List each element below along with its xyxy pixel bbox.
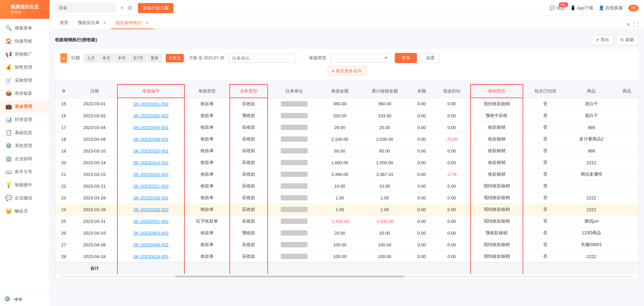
table-cell: SK-20230304-001 bbox=[117, 122, 184, 133]
col-header-11: 包含已结清 bbox=[523, 84, 568, 98]
sidebar-label: 系统管理 bbox=[15, 143, 32, 149]
scrollbar-thumb[interactable] bbox=[175, 276, 404, 278]
doc-type-select[interactable] bbox=[330, 54, 391, 63]
date-btn-更多[interactable]: 更多 bbox=[148, 54, 162, 62]
expand-conditions-button[interactable]: ▾ 展开更多条件 bbox=[328, 66, 366, 76]
table-cell: 应收款 bbox=[230, 169, 268, 180]
sidebar-item-quick[interactable]: 🏠快捷导航 bbox=[0, 35, 49, 48]
table-cell: 2023-03-08 bbox=[72, 133, 117, 145]
doc-link[interactable]: SK-20230304-001 bbox=[133, 125, 169, 130]
sidebar-item-corp[interactable]: 🏢企业协同 bbox=[0, 152, 49, 165]
gear-icon[interactable]: ⚙ bbox=[127, 4, 132, 12]
tab-close-icon[interactable]: ✕ bbox=[103, 20, 106, 25]
table-cell: 60.00 bbox=[359, 145, 410, 157]
doc-link[interactable]: SK-20230302-002 bbox=[133, 113, 169, 118]
table-cell: -70.00 bbox=[433, 133, 471, 145]
horizontal-scrollbar[interactable] bbox=[55, 274, 638, 279]
sidebar-item-guide[interactable]: 📖新手引导 bbox=[0, 165, 49, 178]
sidebar-item-operation[interactable]: 📊经营管理 bbox=[0, 113, 49, 126]
online-service-button[interactable]: 👤 在线客服 bbox=[599, 5, 623, 11]
wechat-icon: 💬 bbox=[5, 195, 12, 201]
doc-link[interactable]: SK-20230301-002 bbox=[133, 102, 169, 107]
table-cell: 现结收款核销 bbox=[471, 251, 523, 263]
more-options-icon[interactable]: ··· bbox=[300, 56, 305, 61]
purchase-icon: 🛒 bbox=[5, 77, 12, 83]
table-cell: 2023-04-08 bbox=[72, 239, 117, 251]
export-button[interactable]: ↗ 导出 bbox=[591, 35, 613, 45]
doc-link[interactable]: SK-20230315-002 bbox=[133, 172, 169, 177]
table-cell: 收款核销 bbox=[471, 169, 523, 180]
settings-icon[interactable]: ⚙️ bbox=[4, 296, 11, 302]
user-avatar[interactable]: Rit bbox=[628, 5, 639, 11]
table-cell: SK-20230321-003 bbox=[117, 180, 184, 192]
table-cell: 22 bbox=[55, 180, 72, 192]
table-container[interactable]: ⚙日期单据编号单据类型业务类型往来单位单据金额累计核销金额余额现金折扣核销类型包… bbox=[55, 84, 638, 274]
table-cell: 999 bbox=[568, 145, 615, 157]
doc-link[interactable]: SK-20230314-001 bbox=[133, 160, 169, 165]
table-cell: ████████ bbox=[268, 145, 320, 157]
system-icon: ⚙️ bbox=[5, 142, 12, 149]
sidebar-item-member[interactable]: 👑畅会员 bbox=[0, 204, 49, 218]
doc-link[interactable]: SK-20230331-002 bbox=[133, 219, 169, 224]
table-cell: 360.00 bbox=[321, 98, 359, 110]
settings-button[interactable]: 设置 bbox=[421, 53, 440, 63]
table-cell: 999 bbox=[568, 122, 615, 133]
tab-collection[interactable]: 收款核销执行✕ bbox=[111, 17, 153, 29]
tab-label: 收款核销执行 bbox=[116, 20, 142, 26]
table-cell: 应收款 bbox=[230, 145, 268, 157]
table-cell: SK-20230310-001 bbox=[117, 145, 184, 157]
sidebar-item-sales[interactable]: 💰销售管理 bbox=[0, 61, 49, 74]
chevron-down-icon[interactable]: ▾ bbox=[121, 5, 123, 10]
doc-link[interactable]: SK-20230408-001 bbox=[133, 242, 169, 247]
doc-link[interactable]: SK-20230310-001 bbox=[133, 148, 169, 154]
date-btn-近7天[interactable]: 近7天 bbox=[130, 54, 147, 62]
table-cell: 测试jun bbox=[568, 216, 615, 227]
table-cell bbox=[615, 157, 638, 169]
tab-home[interactable]: 首页 bbox=[55, 17, 73, 29]
tab-prepay[interactable]: 预收应付单✕ bbox=[73, 17, 111, 29]
sidebar-item-purchase[interactable]: 🛒采购管理 bbox=[0, 74, 49, 87]
table-cell: ████████ bbox=[268, 122, 320, 133]
doc-link[interactable]: SK-20230328-001 bbox=[133, 195, 169, 200]
table-cell: 123D商品 bbox=[568, 227, 615, 239]
sidebar-item-marketing[interactable]: 📢营销推广 bbox=[0, 48, 49, 61]
table-cell: 0.00 bbox=[433, 180, 471, 192]
sidebar-item-finance[interactable]: 💼资金管理 bbox=[0, 100, 49, 113]
sidebar-item-wechat[interactable]: 💬企业微信 bbox=[0, 191, 49, 204]
expand-tab-icon[interactable]: ⛶ bbox=[633, 22, 639, 28]
message-button[interactable]: 💬 消息 99+ bbox=[549, 5, 565, 11]
table-cell: 2023-04-18 bbox=[72, 251, 117, 263]
table-cell: 1.00 bbox=[359, 192, 410, 204]
table-cell: 应收款 bbox=[230, 204, 268, 216]
sidebar-item-basic[interactable]: 📋基础信息 bbox=[0, 126, 49, 139]
sidebar-item-hardware[interactable]: 💡智能硬件 bbox=[0, 178, 49, 191]
tab-close-icon[interactable]: ✕ bbox=[145, 20, 149, 25]
search-input[interactable] bbox=[55, 4, 115, 12]
table-cell bbox=[615, 133, 638, 145]
page-header: 收款核销执行(按收款) ↗ 导出 ↻ 刷新 bbox=[55, 35, 639, 45]
date-btn-上月[interactable]: 上月 bbox=[84, 54, 98, 62]
sidebar-item-inventory[interactable]: 📦库存核算 bbox=[0, 87, 49, 100]
doc-link[interactable]: SK-20230321-003 bbox=[133, 184, 169, 189]
query-button[interactable]: 查询 bbox=[395, 53, 417, 63]
sidebar-item-search[interactable]: 🔍搜索菜单 bbox=[0, 21, 49, 35]
custom-date-button[interactable]: 自定义 bbox=[166, 54, 184, 62]
collapse-icon[interactable]: ◀◀ bbox=[13, 296, 21, 302]
close-tab-icon[interactable]: ✕ bbox=[626, 21, 631, 28]
table-cell: 2023-04-03 bbox=[72, 227, 117, 239]
table-cell: 收款单 bbox=[184, 122, 230, 133]
solution-button[interactable]: 体验行业方案 bbox=[138, 3, 173, 13]
doc-link[interactable]: SK-20230418-001 bbox=[133, 254, 169, 259]
table-cell: 2023-03-21 bbox=[72, 180, 117, 192]
refresh-button[interactable]: ↻ 刷新 bbox=[616, 35, 639, 45]
date-btn-本年[interactable]: 本年 bbox=[115, 54, 129, 62]
doc-link[interactable]: SK-20230328-002 bbox=[133, 207, 169, 212]
partner-input[interactable] bbox=[228, 54, 296, 63]
table-cell: 1.00 bbox=[359, 204, 410, 216]
filter-expand-icon[interactable]: » bbox=[60, 53, 67, 63]
app-download-button[interactable]: 📱 App下载 bbox=[570, 5, 593, 11]
doc-link[interactable]: SK-20230403-002 bbox=[133, 231, 169, 236]
date-btn-本月[interactable]: 本月 bbox=[99, 54, 113, 62]
doc-link[interactable]: SK-20230308-001 bbox=[133, 137, 169, 142]
sidebar-item-system[interactable]: ⚙️系统管理 bbox=[0, 139, 49, 152]
